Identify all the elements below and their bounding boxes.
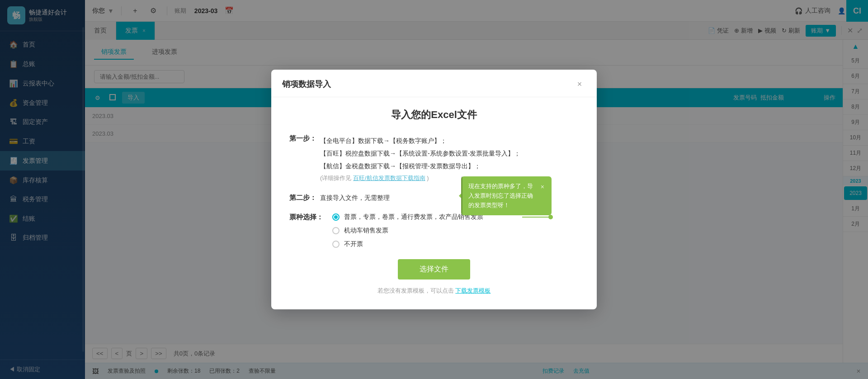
step2-content: 直接导入文件，无需整理: [320, 191, 390, 204]
radio-group: 普票，专票，卷票，通行费发票，农产品销售发票 机动车销售发票 不开票: [332, 213, 483, 248]
download-template-link[interactable]: 下载发票模板: [455, 287, 491, 294]
connector-line: [522, 217, 549, 218]
ticket-label: 票种选择：: [289, 213, 323, 222]
step1-block: 第一步： 【全电平台】数据下载→【税务数字账户】； 【百旺】税控盘数据下载→【系…: [289, 134, 579, 182]
tooltip-close-btn[interactable]: ×: [541, 182, 544, 192]
ticket-select-block: 票种选择： 普票，专票，卷票，通行费发票，农产品销售发票: [289, 213, 579, 248]
step2-label: 第二步：: [289, 194, 316, 202]
step1-line2: 【百旺】税控盘数据下载→【系统设置-系统参数设置-发票批量导入】；: [320, 147, 520, 160]
modal-subtitle: 导入您的Excel文件: [289, 108, 579, 122]
radio-option-2[interactable]: 机动车销售发票: [332, 227, 483, 235]
modal-title: 销项数据导入: [282, 79, 331, 90]
step1-line3: 【航信】金税盘数据下载→【报税管理-发票数据导出】；: [320, 160, 520, 172]
tooltip-bubble: × 现在支持的票种多了，导入发票时别忘了选择正确的发票类型呀！: [461, 176, 552, 215]
radio-option-1[interactable]: 普票，专票，卷票，通行费发票，农产品销售发票: [332, 213, 483, 221]
modal-close-btn[interactable]: ×: [573, 78, 586, 90]
radio-circle-3: [332, 241, 340, 248]
connector-dot: [548, 215, 553, 219]
radio-option-3[interactable]: 不开票: [332, 240, 483, 248]
radio-dot-1: [334, 215, 338, 219]
radio-circle-1: [332, 213, 340, 221]
radio-circle-2: [332, 227, 340, 234]
modal-footer-note: 若您没有发票模板，可以点击 下载发票模板: [289, 287, 579, 295]
select-file-btn[interactable]: 选择文件: [398, 259, 470, 280]
step1-label: 第一步：: [289, 134, 316, 143]
modal-header: 销项数据导入 ×: [271, 70, 597, 97]
step1-line1: 【全电平台】数据下载→【税务数字账户】；: [320, 134, 520, 147]
step1-guide-link[interactable]: 百旺/航信发票数据下载指南: [353, 175, 425, 181]
tooltip-bar: [461, 176, 462, 215]
